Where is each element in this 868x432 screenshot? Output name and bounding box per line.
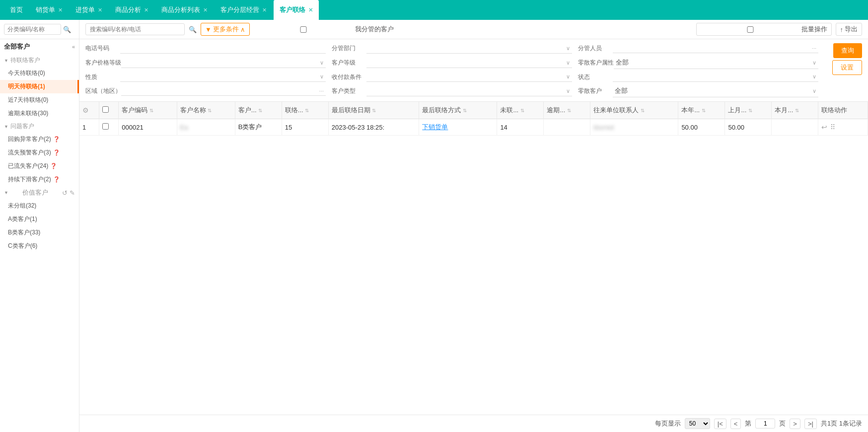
chevron-down-icon-4: ∨ (812, 60, 816, 66)
adv-manager-select[interactable]: ··· (613, 44, 818, 53)
sidebar-item-ungrouped[interactable]: 未分组(32) (0, 199, 79, 213)
nav-sales-close[interactable]: ✕ (58, 7, 63, 13)
sidebar-item-churn-warning[interactable]: 流失预警客户(3) ❓ (0, 146, 79, 159)
sidebar-item-today[interactable]: 今天待联络(0) (0, 67, 79, 80)
page-size-select[interactable]: 50 10 20 100 (685, 418, 710, 429)
adv-customer-type-select[interactable]: ∨ (366, 86, 572, 96)
col-code[interactable]: 客户编码 ⇅ (119, 102, 177, 119)
adv-retail-customer-label: 零散客户 (578, 87, 613, 95)
row-this-month (772, 119, 818, 136)
adv-phone-field: 电话号码 (85, 43, 326, 54)
sidebar-search-area: 🔍 (0, 20, 79, 39)
adv-customer-level-field: 客户等级 ∨ (332, 58, 572, 68)
all-customers-header[interactable]: 全部客户 « (0, 39, 79, 54)
col-name[interactable]: 客户名称 ⇅ (177, 102, 235, 119)
chevron-down-icon-3: ∨ (566, 60, 570, 66)
nav-sales[interactable]: 销货单 ✕ (30, 0, 69, 20)
sidebar-item-7days[interactable]: 近7天待联络(0) (0, 93, 79, 107)
search-btn[interactable]: 🔍 (189, 26, 197, 33)
my-customers-check[interactable] (254, 26, 353, 33)
nav-product-analysis-close[interactable]: ✕ (144, 7, 148, 13)
sort-icon-name: ⇅ (208, 108, 212, 113)
adv-retail-attr-field: 零散客户属性 全部 ∨ (578, 57, 818, 69)
nav-product-analysis[interactable]: 商品分析 ✕ (109, 0, 154, 20)
nav-home[interactable]: 首页 (4, 0, 29, 20)
page-input[interactable] (755, 419, 775, 429)
sidebar-item-abnormal[interactable]: 回购异常客户(2) ❓ (0, 133, 79, 146)
adv-region-select[interactable]: ··· (121, 86, 326, 96)
adv-price-level-select[interactable]: ∨ (121, 58, 326, 68)
adv-retail-customer-field: 零散客户 全部 ∨ (578, 85, 818, 97)
row-contact-count: 15 (282, 119, 328, 136)
row-contact-person: blurred (590, 119, 678, 136)
batch-checkbox[interactable] (701, 26, 800, 33)
prev-page-btn[interactable]: < (730, 419, 741, 429)
chevron-down-icon-5: ∨ (320, 73, 324, 80)
adv-phone-input[interactable] (120, 43, 326, 54)
nav-customer-contact[interactable]: 客户联络 ✕ (274, 0, 319, 20)
contact-method-link[interactable]: 下销货单 (422, 123, 448, 131)
nav-purchase-close[interactable]: ✕ (98, 7, 102, 13)
sidebar-search-icon[interactable]: 🔍 (63, 26, 71, 33)
col-not-contacted[interactable]: 未联... ⇅ (497, 102, 544, 119)
select-all-checkbox[interactable] (102, 106, 109, 113)
col-overdue[interactable]: 逾期... ⇅ (544, 102, 590, 119)
col-contact-count[interactable]: 联络... ⇅ (282, 102, 328, 119)
col-contact-person[interactable]: 往来单位联系人 ⇅ (590, 102, 678, 119)
nav-purchase[interactable]: 进货单 ✕ (70, 0, 108, 20)
next-page-btn[interactable]: > (790, 419, 800, 429)
col-last-month[interactable]: 上月... ⇅ (725, 102, 772, 119)
sidebar-item-declining[interactable]: 持续下滑客户(2) ❓ (0, 173, 79, 186)
action-more-icon[interactable]: ⠿ (830, 123, 835, 131)
edit-icon[interactable]: ✎ (70, 189, 75, 197)
adv-payment-select[interactable]: ∨ (366, 72, 572, 82)
sort-icon-this-month: ⇅ (795, 108, 799, 113)
table-settings-icon[interactable]: ⚙ (82, 106, 89, 114)
adv-retail-customer-select[interactable]: 全部 ∨ (613, 85, 818, 97)
row-type: B类客户 (235, 119, 282, 136)
adv-retail-attr-select[interactable]: 全部 ∨ (614, 57, 818, 69)
col-settings[interactable]: ⚙ (79, 102, 99, 119)
nav-product-analysis-list-close[interactable]: ✕ (203, 7, 208, 13)
more-conditions-btn[interactable]: ▼ 更多条件 ∧ (201, 23, 250, 36)
adv-nature-label: 性质 (85, 73, 120, 81)
sidebar-item-churned[interactable]: 已流失客户(24) ❓ (0, 159, 79, 173)
adv-nature-select[interactable]: ∨ (120, 72, 326, 82)
nav-customer-segment[interactable]: 客户分层经营 ✕ (215, 0, 273, 20)
first-page-btn[interactable]: |< (714, 419, 726, 429)
adv-status-select[interactable]: ∨ (613, 72, 818, 82)
query-button[interactable]: 查询 (833, 43, 862, 58)
nav-product-analysis-list[interactable]: 商品分析列表 ✕ (155, 0, 214, 20)
col-this-month[interactable]: 本月... ⇅ (772, 102, 818, 119)
sidebar-item-class-c[interactable]: C类客户(6) (0, 239, 79, 253)
my-customers-checkbox[interactable]: 我分管的客户 (254, 25, 394, 34)
sidebar-search-input[interactable] (4, 24, 61, 35)
adv-customer-level-select[interactable]: ∨ (366, 58, 572, 68)
nav-customer-segment-close[interactable]: ✕ (262, 7, 267, 13)
row-last-contact-method[interactable]: 下销货单 (419, 119, 497, 136)
row-checkbox[interactable] (99, 119, 119, 136)
col-type[interactable]: 客户... ⇅ (235, 102, 282, 119)
sidebar-item-tomorrow[interactable]: 明天待联络(1) (0, 80, 79, 93)
adv-row-1: 电话号码 分管部门 ∨ 分管人员 ··· (85, 43, 818, 54)
chevron-down-icon-8: ∨ (566, 88, 570, 94)
search-input[interactable] (85, 23, 185, 35)
action-edit-icon[interactable]: ↩ (821, 123, 827, 131)
col-this-year[interactable]: 本年... ⇅ (678, 102, 725, 119)
more-btn-manager[interactable]: ··· (812, 45, 816, 51)
adv-dept-select[interactable]: ∨ (366, 44, 572, 54)
sidebar-item-class-b[interactable]: B类客户(33) (0, 226, 79, 239)
sidebar-item-class-a[interactable]: A类客户(1) (0, 213, 79, 226)
col-last-contact-date[interactable]: 最后联络日期 ⇅ (328, 102, 419, 119)
col-last-contact-method[interactable]: 最后联络方式 ⇅ (419, 102, 497, 119)
table-footer: 每页显示 50 10 20 100 |< < 第 页 > >| 共1页 1条记录 (79, 415, 868, 432)
batch-op-btn[interactable]: 批量操作 (696, 23, 832, 36)
nav-customer-contact-close[interactable]: ✕ (308, 7, 313, 13)
settings-button[interactable]: 设置 (832, 60, 862, 75)
last-page-btn[interactable]: >| (804, 419, 817, 429)
sidebar-item-overdue[interactable]: 逾期未联络(30) (0, 107, 79, 120)
col-checkbox[interactable] (99, 102, 119, 119)
refresh-icon[interactable]: ↺ (62, 189, 68, 197)
export-btn[interactable]: ↑ 导出 (836, 23, 863, 36)
more-btn-region[interactable]: ··· (319, 88, 324, 94)
